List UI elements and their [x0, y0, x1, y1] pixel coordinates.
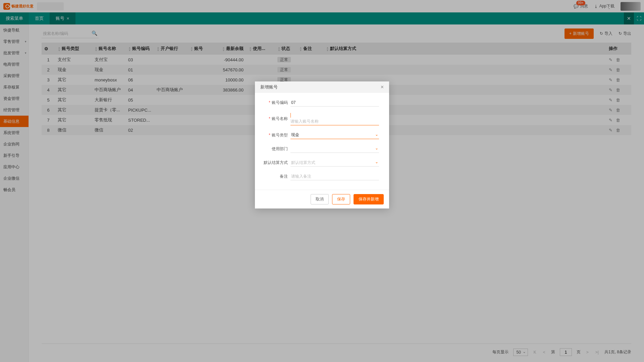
remark-input[interactable]	[290, 173, 379, 180]
close-icon[interactable]: ×	[381, 84, 384, 90]
code-input[interactable]	[290, 99, 379, 107]
name-label: 账号名称	[272, 116, 288, 121]
cancel-button[interactable]: 取消	[311, 194, 329, 204]
chevron-down-icon[interactable]: ⌄	[375, 132, 378, 137]
chevron-down-icon[interactable]: ⌄	[375, 160, 378, 164]
modal-header: 新增账号 ×	[255, 81, 389, 93]
settle-label: 默认结算方式	[264, 160, 288, 165]
type-select[interactable]	[290, 131, 379, 139]
remark-label: 备注	[280, 174, 288, 179]
chevron-down-icon[interactable]: ⌄	[375, 146, 378, 150]
add-account-modal: 新增账号 × *账号编码 *账号名称 *账号类型 ⌄ 使用部门 ⌄ 默认结算方	[255, 81, 389, 208]
save-button[interactable]: 保存	[332, 194, 350, 204]
settle-select[interactable]	[290, 159, 379, 167]
dept-select[interactable]	[290, 145, 379, 153]
type-label: 账号类型	[272, 133, 288, 137]
modal-title: 新增账号	[260, 84, 278, 90]
code-label: 账号编码	[272, 100, 288, 105]
save-and-new-button[interactable]: 保存并新增	[354, 194, 384, 204]
name-input[interactable]	[290, 118, 379, 125]
dept-label: 使用部门	[272, 146, 288, 151]
